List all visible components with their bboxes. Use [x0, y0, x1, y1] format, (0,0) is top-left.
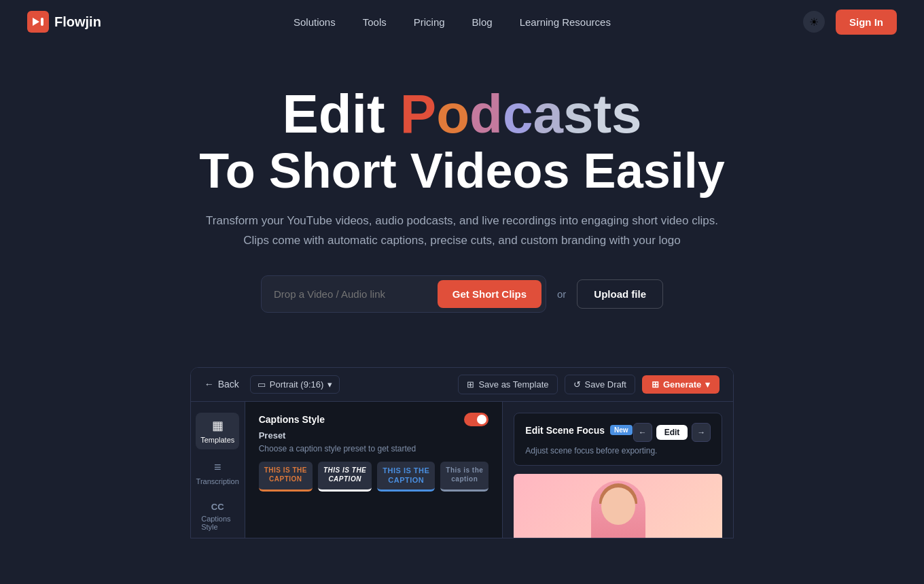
back-arrow-icon: ←	[205, 379, 214, 390]
generate-icon: ⊞	[652, 379, 659, 390]
sidebar-item-captions[interactable]: CC Captions Style	[196, 496, 239, 536]
captions-section-title: Captions Style	[259, 413, 489, 426]
hero-title-line2: To Short Videos Easily	[27, 144, 897, 198]
preset-item-white[interactable]: THIS IS THECAPTION	[318, 462, 372, 492]
hero-title: Edit Podcasts To Short Videos Easily	[27, 84, 897, 198]
logo-link[interactable]: Flowjin	[27, 11, 101, 33]
hero-input-row: Get Short Clips or Upload file	[27, 275, 897, 313]
nav-links: Solutions Tools Pricing Blog Learning Re…	[294, 16, 611, 28]
templates-label: Templates	[200, 436, 234, 444]
video-thumbnail	[514, 474, 722, 538]
portrait-select[interactable]: ▭ Portrait (9:16) ▾	[250, 375, 340, 394]
back-label: Back	[218, 379, 239, 390]
edit-scene-title: Edit Scene Focus	[525, 425, 605, 436]
captions-icon: CC	[211, 502, 224, 512]
generate-chevron-icon: ▾	[705, 379, 710, 390]
generate-button[interactable]: ⊞ Generate ▾	[642, 375, 719, 394]
captions-label: Captions Style	[201, 515, 234, 531]
get-clips-button[interactable]: Get Short Clips	[438, 280, 541, 308]
app-main: Captions Style Preset Choose a caption s…	[245, 402, 503, 538]
hero-letter-t: t	[593, 84, 611, 144]
back-button[interactable]: ← Back	[205, 379, 239, 390]
hero-letter-c: c	[503, 84, 533, 144]
nav-pricing[interactable]: Pricing	[414, 16, 445, 28]
transcription-label: Transcription	[196, 477, 239, 485]
edit-scene-description: Adjust scene focus before exporting.	[525, 446, 711, 456]
save-draft-label: Save Draft	[585, 379, 626, 390]
hero-letter-s2: s	[611, 84, 642, 144]
save-template-label: Save as Template	[478, 379, 548, 390]
nav-blog[interactable]: Blog	[472, 16, 493, 28]
app-sidebar: ▦ Templates ≡ Transcription CC Captions …	[191, 402, 245, 538]
preset-label: Preset	[259, 430, 286, 441]
toolbar-right: ⊞ Save as Template ↺ Save Draft ⊞ Genera…	[458, 375, 719, 394]
hero-letter-d: d	[469, 84, 503, 144]
nav-solutions[interactable]: Solutions	[294, 16, 336, 28]
upload-file-button[interactable]: Upload file	[577, 279, 663, 309]
save-template-icon: ⊞	[467, 379, 474, 390]
thumbnail-figure	[591, 481, 645, 538]
edit-scene-nav: ← Edit →	[633, 423, 711, 442]
nav-learning-resources[interactable]: Learning Resources	[520, 16, 611, 28]
preset-description: Choose a caption style preset to get sta…	[259, 444, 489, 453]
sidebar-item-transcription[interactable]: ≡ Transcription	[196, 455, 239, 491]
hero-letter-o: o	[436, 84, 469, 144]
app-right-panel: Edit Scene Focus New ← Edit → Adjust sce…	[502, 402, 733, 538]
hero-letter-p: P	[400, 84, 436, 144]
hero-letter-s: s	[563, 84, 594, 144]
generate-label: Generate	[663, 379, 701, 390]
preset-item-small[interactable]: This is thecaption	[440, 462, 488, 492]
preset-item-bold[interactable]: THIS IS THECAPTION	[377, 462, 435, 492]
captions-title-text: Captions Style	[259, 414, 325, 425]
hero-title-line1: Edit Podcasts	[27, 84, 897, 144]
svg-rect-1	[41, 18, 43, 26]
caption-presets: THIS IS THECAPTION THIS IS THECAPTION TH…	[259, 462, 489, 492]
nav-right: ☀ Sign In	[803, 10, 897, 35]
navbar: Flowjin Solutions Tools Pricing Blog Lea…	[0, 0, 924, 44]
logo-icon	[27, 11, 49, 33]
app-preview: ← Back ▭ Portrait (9:16) ▾ ⊞ Save as Tem…	[190, 367, 734, 538]
new-badge: New	[610, 425, 633, 435]
app-body: ▦ Templates ≡ Transcription CC Captions …	[191, 402, 734, 538]
hero-letter-a: a	[533, 84, 563, 144]
sidebar-item-templates[interactable]: ▦ Templates	[196, 413, 239, 449]
hero-section: Edit Podcasts To Short Videos Easily Tra…	[0, 44, 924, 340]
edit-scene-card: Edit Scene Focus New ← Edit → Adjust sce…	[514, 413, 722, 466]
captions-toggle[interactable]	[464, 413, 488, 426]
edit-scene-header: Edit Scene Focus New	[525, 425, 632, 436]
theme-toggle-button[interactable]: ☀	[803, 11, 825, 33]
hero-subtitle: Transform your YouTube videos, audio pod…	[204, 211, 720, 251]
save-template-button[interactable]: ⊞ Save as Template	[458, 375, 557, 394]
portrait-chevron-icon: ▾	[327, 379, 332, 390]
or-separator: or	[557, 288, 566, 300]
next-scene-button[interactable]: →	[692, 423, 711, 442]
edit-scene-button[interactable]: Edit	[656, 425, 688, 440]
prev-scene-button[interactable]: ←	[633, 423, 652, 442]
toolbar-left: ← Back ▭ Portrait (9:16) ▾	[205, 375, 340, 394]
transcription-icon: ≡	[214, 460, 221, 475]
save-draft-button[interactable]: ↺ Save Draft	[565, 375, 635, 394]
url-input-wrapper: Get Short Clips	[261, 275, 546, 313]
url-input[interactable]	[274, 283, 438, 305]
hero-word-edit: Edit	[282, 84, 399, 144]
app-toolbar: ← Back ▭ Portrait (9:16) ▾ ⊞ Save as Tem…	[191, 368, 734, 402]
logo-text: Flowjin	[54, 14, 101, 30]
nav-tools[interactable]: Tools	[363, 16, 387, 28]
templates-icon: ▦	[212, 418, 224, 433]
sign-in-button[interactable]: Sign In	[836, 10, 897, 35]
save-draft-icon: ↺	[573, 379, 581, 390]
preset-item-orange[interactable]: THIS IS THECAPTION	[259, 462, 313, 492]
portrait-icon: ▭	[257, 379, 266, 390]
portrait-label: Portrait (9:16)	[270, 379, 323, 390]
thumbnail-head	[601, 487, 635, 525]
